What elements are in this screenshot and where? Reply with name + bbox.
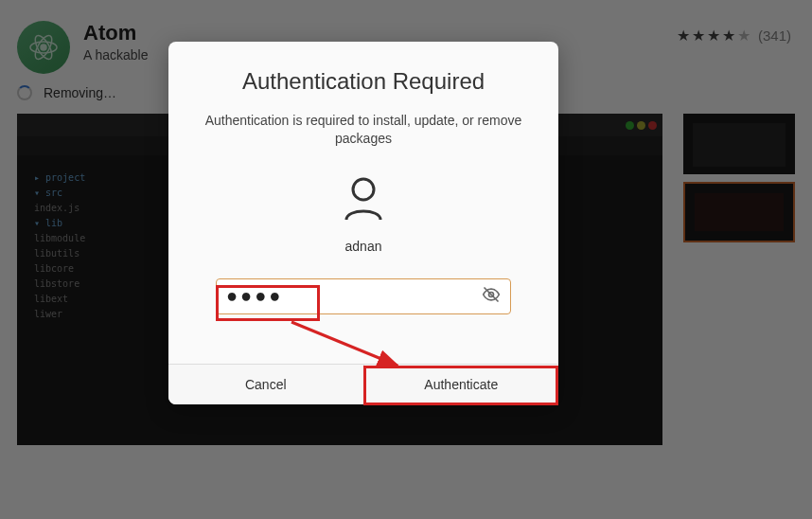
eye-off-icon <box>482 285 501 304</box>
dialog-message: Authentication is required to install, u… <box>197 112 530 148</box>
username-label: adnan <box>197 239 530 254</box>
dialog-title: Authentication Required <box>197 68 530 95</box>
auth-dialog: Authentication Required Authentication i… <box>168 42 558 404</box>
user-icon <box>337 172 390 225</box>
password-field-wrap <box>216 278 511 314</box>
svg-point-4 <box>353 179 374 200</box>
authenticate-button[interactable]: Authenticate <box>363 365 559 404</box>
password-input[interactable] <box>226 285 482 307</box>
toggle-visibility-button[interactable] <box>482 285 501 307</box>
cancel-button[interactable]: Cancel <box>168 365 363 404</box>
